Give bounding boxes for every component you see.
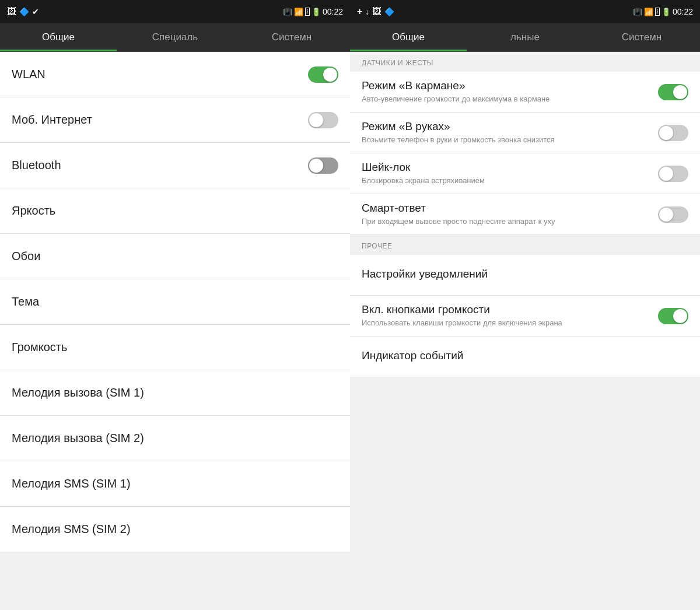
- volume-button-wakeup-toggle-knob: [673, 309, 687, 323]
- smart-answer-item[interactable]: Смарт-ответ При входящем вызове просто п…: [350, 194, 700, 235]
- tab-system-right[interactable]: Системн: [583, 23, 700, 51]
- ringtone-sim2-label: Мелодия вызова (SIM 2): [12, 432, 144, 445]
- left-status-left-icons: 🖼 🔷 ✔: [7, 6, 39, 17]
- volume-button-wakeup-item[interactable]: Вкл. кнопками громкости Использовать кла…: [350, 296, 700, 336]
- add-icon: +: [357, 6, 362, 17]
- shield-icon2: 🔷: [384, 7, 394, 16]
- vibrate-icon: 📳: [283, 8, 292, 16]
- theme-item[interactable]: Тема: [0, 279, 350, 325]
- wlan-toggle-knob: [323, 68, 337, 82]
- signal-exclamation-icon: i: [305, 8, 310, 16]
- check-icon: ✔: [32, 7, 39, 16]
- left-status-right-icons: 📳 📶 i 🔋 00:22: [283, 7, 344, 16]
- brightness-item[interactable]: Яркость: [0, 188, 350, 234]
- volume-button-wakeup-toggle[interactable]: [658, 308, 688, 324]
- wifi-icon2: 📶: [644, 8, 653, 16]
- mobile-internet-toggle-knob: [309, 113, 323, 127]
- wlan-label: WLAN: [12, 68, 46, 81]
- hand-mode-title: Режим «В руках»: [362, 120, 649, 133]
- tab-general-left[interactable]: Общие: [0, 23, 117, 51]
- right-time: 00:22: [673, 7, 693, 16]
- gallery-icon2: 🖼: [372, 6, 382, 17]
- wallpaper-item[interactable]: Обои: [0, 234, 350, 279]
- sms-sim1-item[interactable]: Мелодия SMS (SIM 1): [0, 461, 350, 507]
- wlan-item[interactable]: WLAN: [0, 52, 350, 97]
- mobile-internet-label: Моб. Интернет: [12, 113, 92, 127]
- event-indicator-content: Индикатор событий: [362, 349, 688, 364]
- volume-button-wakeup-title: Вкл. кнопками громкости: [362, 303, 649, 316]
- sms-sim2-label: Мелодия SMS (SIM 2): [12, 523, 131, 536]
- tab-system-left[interactable]: Системн: [233, 23, 350, 51]
- smart-answer-toggle[interactable]: [658, 206, 688, 223]
- tab-special-right[interactable]: льные: [467, 23, 583, 51]
- left-time: 00:22: [323, 7, 343, 16]
- shield-icon: 🔷: [19, 7, 29, 16]
- shake-lock-toggle[interactable]: [658, 166, 688, 182]
- signal-icon2: i: [655, 8, 660, 16]
- wlan-toggle[interactable]: [308, 66, 338, 83]
- volume-button-wakeup-subtitle: Использовать клавиши громкости для включ…: [362, 318, 649, 328]
- event-indicator-title: Индикатор событий: [362, 349, 679, 362]
- right-status-left-icons: + ↓ 🖼 🔷: [357, 6, 394, 17]
- left-status-bar: 🖼 🔷 ✔ 📳 📶 i 🔋 00:22: [0, 0, 350, 23]
- sensors-section-header: ДАТЧИКИ И ЖЕСТЫ: [350, 52, 700, 72]
- hand-mode-toggle[interactable]: [658, 125, 688, 141]
- right-status-bar: + ↓ 🖼 🔷 📳 📶 i 🔋 00:22: [350, 0, 700, 23]
- smart-answer-toggle-knob: [659, 208, 673, 222]
- vibrate-icon2: 📳: [633, 8, 642, 16]
- brightness-label: Яркость: [12, 204, 55, 218]
- mobile-internet-toggle[interactable]: [308, 112, 338, 128]
- mobile-internet-item[interactable]: Моб. Интернет: [0, 97, 350, 143]
- left-phone-panel: 🖼 🔷 ✔ 📳 📶 i 🔋 00:22 Общие Специаль Систе…: [0, 0, 350, 610]
- bluetooth-item[interactable]: Bluetooth: [0, 143, 350, 188]
- battery-icon: 🔋: [312, 8, 321, 16]
- tab-general-right[interactable]: Общие: [350, 23, 467, 51]
- gallery-icon: 🖼: [7, 6, 16, 17]
- theme-label: Тема: [12, 295, 39, 308]
- ringtone-sim1-item[interactable]: Мелодия вызова (SIM 1): [0, 370, 350, 416]
- ringtone-sim2-item[interactable]: Мелодия вызова (SIM 2): [0, 416, 350, 461]
- smart-answer-subtitle: При входящем вызове просто поднесите апп…: [362, 217, 649, 227]
- notification-settings-content: Настройки уведомлений: [362, 268, 688, 283]
- shake-lock-subtitle: Блокировка экрана встряхиванием: [362, 176, 649, 186]
- shake-lock-title: Шейк-лок: [362, 161, 649, 174]
- pocket-mode-subtitle: Авто-увеличение громкости до максимума в…: [362, 94, 649, 104]
- volume-item[interactable]: Громкость: [0, 325, 350, 370]
- shake-lock-toggle-knob: [659, 167, 673, 181]
- sms-sim1-label: Мелодия SMS (SIM 1): [12, 477, 131, 490]
- wifi-icon: 📶: [294, 8, 303, 16]
- smart-answer-title: Смарт-ответ: [362, 202, 649, 215]
- shake-lock-item[interactable]: Шейк-лок Блокировка экрана встряхиванием: [350, 153, 700, 194]
- event-indicator-item[interactable]: Индикатор событий: [350, 336, 700, 377]
- hand-mode-subtitle: Возьмите телефон в руки и громкость звон…: [362, 135, 649, 145]
- volume-label: Громкость: [12, 341, 67, 354]
- download-icon: ↓: [365, 7, 369, 16]
- volume-button-wakeup-content: Вкл. кнопками громкости Использовать кла…: [362, 303, 658, 328]
- smart-answer-content: Смарт-ответ При входящем вызове просто п…: [362, 202, 658, 227]
- bluetooth-toggle[interactable]: [308, 157, 338, 174]
- pocket-mode-toggle-knob: [673, 85, 687, 99]
- hand-mode-content: Режим «В руках» Возьмите телефон в руки …: [362, 120, 658, 145]
- right-phone-panel: + ↓ 🖼 🔷 📳 📶 i 🔋 00:22 Общие льные Систем…: [350, 0, 700, 610]
- hand-mode-item[interactable]: Режим «В руках» Возьмите телефон в руки …: [350, 113, 700, 153]
- other-section-header: ПРОЧЕЕ: [350, 235, 700, 255]
- tab-special-left[interactable]: Специаль: [117, 23, 233, 51]
- wallpaper-label: Обои: [12, 250, 40, 263]
- shake-lock-content: Шейк-лок Блокировка экрана встряхиванием: [362, 161, 658, 186]
- bluetooth-label: Bluetooth: [12, 159, 61, 172]
- pocket-mode-content: Режим «В кармане» Авто-увеличение громко…: [362, 79, 658, 104]
- right-status-right-icons: 📳 📶 i 🔋 00:22: [633, 7, 694, 16]
- ringtone-sim1-label: Мелодия вызова (SIM 1): [12, 386, 144, 399]
- left-tabs: Общие Специаль Системн: [0, 23, 350, 52]
- right-tabs: Общие льные Системн: [350, 23, 700, 52]
- sms-sim2-item[interactable]: Мелодия SMS (SIM 2): [0, 507, 350, 552]
- pocket-mode-toggle[interactable]: [658, 84, 688, 100]
- notification-settings-item[interactable]: Настройки уведомлений: [350, 255, 700, 296]
- left-settings-list: WLAN Моб. Интернет Bluetooth Яркость Обо…: [0, 52, 350, 610]
- hand-mode-toggle-knob: [659, 126, 673, 140]
- right-settings-list: ДАТЧИКИ И ЖЕСТЫ Режим «В кармане» Авто-у…: [350, 52, 700, 610]
- pocket-mode-title: Режим «В кармане»: [362, 79, 649, 92]
- bluetooth-toggle-knob: [309, 159, 323, 173]
- battery-icon2: 🔋: [662, 8, 671, 16]
- pocket-mode-item[interactable]: Режим «В кармане» Авто-увеличение громко…: [350, 72, 700, 113]
